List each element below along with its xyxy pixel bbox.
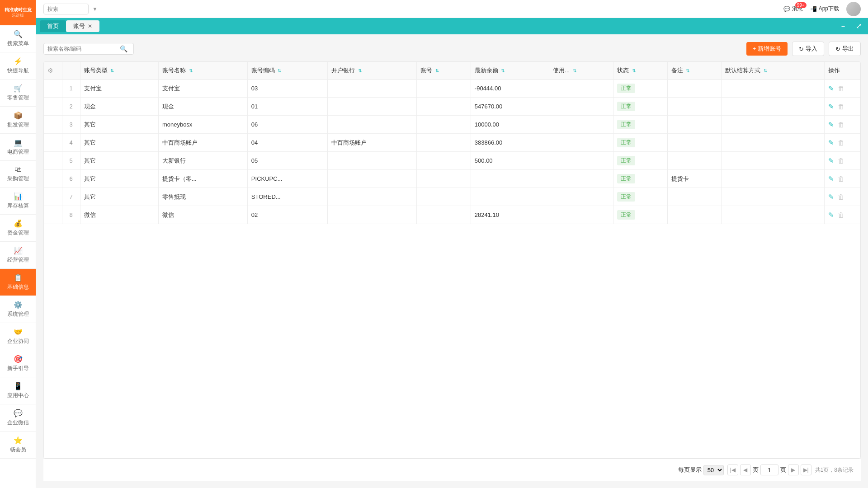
import-button[interactable]: ↻ 导入 — [792, 42, 824, 56]
sidebar-item-basic-info[interactable]: 📋 基础信息 — [0, 269, 36, 296]
col-settings[interactable]: ⚙ — [44, 62, 62, 80]
first-page-button[interactable]: |◀ — [727, 465, 738, 475]
col-account-no[interactable]: 账号 ⇅ — [417, 62, 471, 80]
add-account-button[interactable]: + 新增账号 — [746, 42, 788, 56]
col-account-code[interactable]: 账号编码 ⇅ — [247, 62, 328, 80]
tab-home-label: 首页 — [47, 22, 59, 30]
delete-button-4[interactable]: 🗑 — [838, 157, 844, 164]
col-status[interactable]: 状态 ⇅ — [613, 62, 667, 80]
sidebar-item-fund-mgmt[interactable]: 💰 资金管理 — [0, 215, 36, 242]
status-badge-5: 正常 — [617, 174, 635, 183]
sidebar-item-ecommerce-mgmt[interactable]: 💻 电商管理 — [0, 134, 36, 161]
cell-actions-0: ✎ 🗑 — [824, 80, 860, 98]
sort-icon-account-name: ⇅ — [189, 68, 193, 73]
page-input[interactable] — [760, 465, 778, 475]
ops-icon: 📈 — [14, 246, 23, 255]
sidebar-item-retail-mgmt[interactable]: 🛒 零售管理 — [0, 80, 36, 107]
sidebar-item-app-center[interactable]: 📱 应用中心 — [0, 377, 36, 404]
table-row: 7 其它 零售抵现 STORED... 正常 ✎ 🗑 — [44, 188, 860, 206]
cell-bank-0 — [328, 80, 417, 98]
col-default-payment[interactable]: 默认结算方式 ⇅ — [722, 62, 824, 80]
app-download-button[interactable]: 📲 App下载 — [810, 5, 839, 13]
edit-button-7[interactable]: ✎ — [828, 211, 834, 219]
app-center-icon: 📱 — [14, 382, 23, 390]
col-account-name[interactable]: 账号名称 ⇅ — [158, 62, 247, 80]
sidebar-item-new-guide[interactable]: 🎯 新手引导 — [0, 350, 36, 377]
sidebar-item-sys-mgmt[interactable]: ⚙️ 系统管理 — [0, 296, 36, 323]
sidebar-item-label: 电商管理 — [7, 148, 29, 156]
edit-button-3[interactable]: ✎ — [828, 139, 834, 147]
edit-button-0[interactable]: ✎ — [828, 84, 834, 93]
message-button[interactable]: 💬 消息 99+ — [783, 5, 803, 13]
search-input[interactable] — [47, 46, 120, 52]
next-page-button[interactable]: ▶ — [788, 465, 799, 475]
sidebar-item-membership[interactable]: ⭐ 畅会员 — [0, 432, 36, 459]
col-remark[interactable]: 备注 ⇅ — [667, 62, 721, 80]
tab-close-icon[interactable]: ✕ — [88, 23, 92, 29]
tab-accounts[interactable]: 账号 ✕ — [66, 20, 99, 32]
col-bank[interactable]: 开户银行 ⇅ — [328, 62, 417, 80]
table-row: 3 其它 moneybosx 06 10000.00 正常 ✎ 🗑 — [44, 116, 860, 134]
cell-default-payment-0 — [722, 80, 824, 98]
cell-num-3: 4 — [62, 134, 80, 152]
col-usage[interactable]: 使用... ⇅ — [549, 62, 613, 80]
per-page-select[interactable]: 50 — [703, 465, 724, 475]
search-icon[interactable]: 🔍 — [120, 45, 127, 52]
prev-page-button[interactable]: ◀ — [740, 465, 751, 475]
sidebar-item-search-menu[interactable]: 🔍 搜索菜单 — [0, 25, 36, 52]
sidebar-item-ops-mgmt[interactable]: 📈 经营管理 — [0, 242, 36, 269]
edit-button-4[interactable]: ✎ — [828, 157, 834, 165]
status-badge-4: 正常 — [617, 156, 635, 165]
cell-account-no-3 — [417, 134, 471, 152]
cell-bank-7 — [328, 206, 417, 224]
edit-button-5[interactable]: ✎ — [828, 175, 834, 183]
cell-balance-5 — [471, 170, 549, 188]
cell-remark-4 — [667, 152, 721, 170]
delete-button-5[interactable]: 🗑 — [838, 175, 844, 183]
sidebar-item-purchase-mgmt[interactable]: 🛍 采购管理 — [0, 161, 36, 188]
topbar-dropdown-arrow[interactable]: ▼ — [92, 6, 98, 12]
edit-button-2[interactable]: ✎ — [828, 121, 834, 129]
cell-account-no-7 — [417, 206, 471, 224]
tab-home[interactable]: 首页 — [40, 20, 66, 32]
sidebar-item-corp-agreement[interactable]: 🤝 企业协同 — [0, 323, 36, 350]
export-button[interactable]: ↻ 导出 — [829, 42, 861, 56]
search-wrap: 🔍 — [43, 43, 134, 55]
sidebar-item-inventory[interactable]: 📊 库存核算 — [0, 188, 36, 215]
cell-account-type-7: 微信 — [80, 206, 158, 224]
delete-button-2[interactable]: 🗑 — [838, 121, 844, 128]
user-avatar[interactable] — [846, 2, 861, 16]
delete-button-6[interactable]: 🗑 — [838, 193, 844, 201]
cell-balance-3: 383866.00 — [471, 134, 549, 152]
sidebar-item-wholesale-mgmt[interactable]: 📦 批发管理 — [0, 107, 36, 134]
delete-button-1[interactable]: 🗑 — [838, 103, 844, 110]
logo-sub: 乐进版 — [12, 13, 24, 19]
cell-num-5: 6 — [62, 170, 80, 188]
col-balance[interactable]: 最新余额 ⇅ — [471, 62, 549, 80]
sidebar-item-corp-wechat[interactable]: 💬 企业微信 — [0, 404, 36, 432]
tabbar-actions: － ⤢ — [837, 21, 864, 32]
tab-accounts-label: 账号 — [73, 22, 85, 30]
tab-maximize-button[interactable]: ⤢ — [853, 21, 864, 32]
delete-button-7[interactable]: 🗑 — [838, 211, 844, 219]
cell-settings-3 — [44, 134, 62, 152]
col-account-type[interactable]: 账号类型 ⇅ — [80, 62, 158, 80]
status-badge-3: 正常 — [617, 138, 635, 147]
cell-account-name-7: 微信 — [158, 206, 247, 224]
sidebar-item-label: 快捷导航 — [7, 67, 29, 75]
sidebar-item-quick-nav[interactable]: ⚡ 快捷导航 — [0, 52, 36, 80]
delete-button-0[interactable]: 🗑 — [838, 84, 844, 92]
main-area: ▼ 💬 消息 99+ 📲 App下载 首页 账号 ✕ － ⤢ — [36, 0, 868, 488]
edit-button-6[interactable]: ✎ — [828, 193, 834, 201]
cell-num-1: 2 — [62, 98, 80, 116]
last-page-button[interactable]: ▶| — [801, 465, 811, 475]
tab-minimize-button[interactable]: － — [837, 21, 849, 32]
topbar-search-input[interactable] — [43, 4, 89, 14]
sys-icon: ⚙️ — [14, 300, 23, 309]
cell-balance-2: 10000.00 — [471, 116, 549, 134]
edit-button-1[interactable]: ✎ — [828, 103, 834, 111]
delete-button-3[interactable]: 🗑 — [838, 139, 844, 146]
cell-account-no-2 — [417, 116, 471, 134]
basic-info-icon: 📋 — [14, 273, 23, 282]
cell-account-code-3: 04 — [247, 134, 328, 152]
